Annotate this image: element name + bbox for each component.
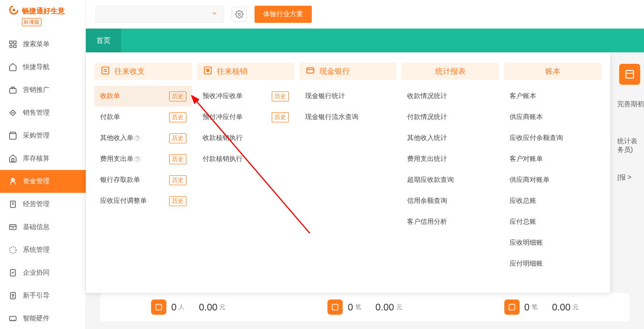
sidebar-item-11[interactable]: 新手引导	[0, 284, 86, 307]
stat-unit: 笔	[355, 303, 361, 311]
mega-item[interactable]: 应收明细账	[504, 232, 602, 253]
mega-item[interactable]: 应收应付调整单历史	[94, 190, 192, 211]
mega-item[interactable]: 付款核销执行	[197, 149, 295, 169]
settings-button[interactable]	[232, 7, 247, 22]
stat-0: 0人0.00元	[151, 299, 225, 315]
nav-label: 搜索菜单	[23, 40, 50, 49]
mega-item[interactable]: 客户账本	[504, 86, 602, 107]
svg-rect-23	[10, 317, 16, 321]
mega-item[interactable]: 应收应付余额查询	[504, 128, 602, 149]
mega-item[interactable]: 收款情况统计	[401, 86, 499, 107]
chevron-down-icon	[211, 10, 218, 19]
history-tag[interactable]: 历史	[272, 91, 289, 101]
mega-col-header: ¥往来核销	[197, 63, 295, 80]
stat-count: 0	[171, 302, 176, 313]
sidebar-item-4[interactable]: 采购管理	[0, 124, 86, 147]
nav-icon	[9, 109, 17, 117]
mega-col-3: 统计报表收款情况统计付款情况统计其他收入统计费用支出统计超期应收款查询信用余额查…	[401, 63, 499, 274]
sidebar-item-2[interactable]: 营销推广	[0, 79, 86, 101]
svg-point-24	[11, 320, 12, 321]
side-widget-icon[interactable]	[619, 64, 640, 85]
mega-col-0: 往来收支收款单历史付款单历史其他收入单?历史费用支出单?历史银行存取款单历史应收…	[94, 63, 192, 274]
mega-item-label: 收款情况统计	[407, 92, 447, 100]
mega-item[interactable]: 应收总账	[504, 190, 602, 211]
sidebar-item-3[interactable]: 销售管理	[0, 101, 86, 124]
mega-item[interactable]: 供应商账本	[504, 107, 602, 128]
sidebar-item-6[interactable]: ¥资金管理	[0, 170, 86, 193]
nav-label: 快捷导航	[23, 63, 50, 71]
mega-item[interactable]: 客户信用分析	[401, 211, 499, 232]
nav-icon	[9, 40, 17, 49]
svg-rect-2	[10, 41, 12, 43]
mega-item-label: 现金银行统计	[305, 92, 345, 100]
mega-item[interactable]: 预收冲应收单历史	[197, 86, 295, 107]
sidebar-item-7[interactable]: 经营管理	[0, 193, 86, 216]
mega-item[interactable]: 付款单历史	[94, 107, 192, 128]
history-tag[interactable]: 历史	[169, 196, 186, 206]
mega-col-header: 现金银行	[299, 63, 397, 80]
col-header-icon: ¥	[203, 65, 213, 78]
nav-label: 营销推广	[23, 86, 50, 94]
sidebar-item-5[interactable]: 库存核算	[0, 147, 86, 170]
mega-item[interactable]: 银行存取款单历史	[94, 169, 192, 190]
svg-point-25	[14, 320, 15, 321]
company-selector[interactable]	[95, 6, 224, 23]
svg-rect-29	[156, 304, 162, 310]
mega-item[interactable]: 应付明细账	[504, 253, 602, 274]
nav-icon	[9, 314, 17, 323]
mega-item-label: 现金银行流水查询	[305, 113, 358, 121]
sidebar-item-12[interactable]: 智能硬件	[0, 307, 86, 329]
mega-item[interactable]: 信用余额查询	[401, 190, 499, 211]
history-tag[interactable]: 历史	[169, 133, 186, 143]
col-title: 账本	[545, 67, 561, 77]
sidebar-item-0[interactable]: 搜索菜单	[0, 33, 86, 56]
mega-item[interactable]: 费用支出单?历史	[94, 149, 192, 169]
col-header-icon	[100, 65, 111, 78]
stat-unit: 人	[178, 303, 184, 311]
stat-icon	[327, 299, 343, 315]
nav-label: 企业协同	[23, 269, 50, 277]
tab-home[interactable]: 首页	[86, 29, 121, 52]
sidebar-item-1[interactable]: 快捷导航	[0, 56, 86, 79]
history-tag[interactable]: 历史	[169, 112, 186, 122]
mega-item[interactable]: 收款单历史	[94, 86, 192, 107]
nav-icon: ¥	[9, 177, 17, 186]
mega-item[interactable]: 超期应收款查询	[401, 169, 499, 190]
nav-icon	[9, 246, 17, 254]
mega-item[interactable]: 现金银行统计	[299, 86, 397, 107]
right-hints: 完善期初 统计表 务员) |报 >	[617, 100, 644, 182]
mega-item[interactable]: 现金银行流水查询	[299, 107, 397, 128]
experience-button[interactable]: 体验行业方案	[255, 6, 312, 23]
mega-item[interactable]: 付款情况统计	[401, 107, 499, 128]
nav-icon	[9, 86, 17, 94]
mega-item[interactable]: 费用支出统计	[401, 149, 499, 169]
mega-item[interactable]: 其他收入单?历史	[94, 128, 192, 149]
stat-value: 0.00	[199, 302, 217, 313]
history-tag[interactable]: 历史	[169, 154, 186, 164]
nav-icon	[9, 63, 17, 71]
mega-col-2: 现金银行现金银行统计现金银行流水查询	[299, 63, 397, 274]
history-tag[interactable]: 历史	[169, 91, 186, 101]
mega-item-label: 应收应付调整单	[100, 197, 147, 205]
history-tag[interactable]: 历史	[169, 175, 186, 185]
history-tag[interactable]: 历史	[272, 112, 289, 122]
mega-item[interactable]: 客户对账单	[504, 149, 602, 169]
mega-item[interactable]: 收款核销执行	[197, 128, 295, 149]
mega-item[interactable]: 其他收入统计	[401, 128, 499, 149]
brand-name: 畅捷通好生意	[22, 7, 65, 16]
nav-icon	[9, 269, 17, 277]
topbar: 体验行业方案	[86, 0, 644, 29]
stat-count: 0	[348, 302, 353, 313]
mega-item-label: 供应商账本	[510, 113, 543, 121]
sidebar-item-9[interactable]: 系统管理	[0, 239, 86, 261]
help-icon[interactable]: ?	[134, 135, 140, 141]
mega-item[interactable]: 供应商对账单	[504, 169, 602, 190]
help-icon[interactable]: ?	[134, 156, 140, 162]
tab-bar: 首页	[86, 29, 644, 52]
sidebar-item-10[interactable]: 企业协同	[0, 261, 86, 284]
nav-icon	[9, 291, 17, 300]
sidebar-item-8[interactable]: 基础信息	[0, 216, 86, 239]
mega-item[interactable]: 应付总账	[504, 211, 602, 232]
mega-item[interactable]: 预付冲应付单历史	[197, 107, 295, 128]
mega-item-label: 付款核销执行	[203, 155, 243, 163]
